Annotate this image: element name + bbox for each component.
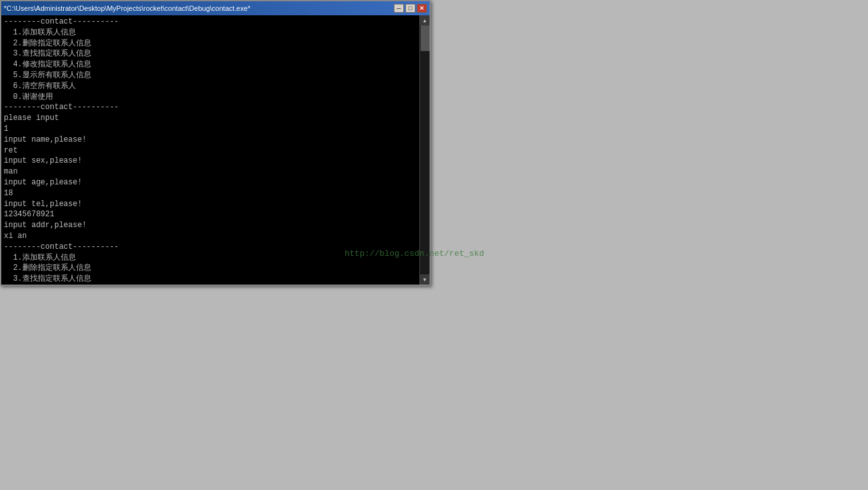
window-title: *C:\Users\Administrator\Desktop\MyProjec… — [4, 4, 250, 12]
title-bar: *C:\Users\Administrator\Desktop\MyProjec… — [1, 1, 430, 15]
scroll-thumb[interactable] — [421, 26, 430, 51]
scroll-track[interactable] — [420, 26, 430, 274]
console-area: --------contact---------- 1.添加联系人信息 2.删除… — [1, 15, 430, 285]
window-controls: ─ □ ✕ — [394, 4, 427, 13]
scrollbar[interactable]: ▲ ▼ — [419, 15, 430, 285]
maximize-button[interactable]: □ — [405, 4, 415, 13]
console-window: *C:\Users\Administrator\Desktop\MyProjec… — [0, 0, 431, 286]
close-button[interactable]: ✕ — [417, 4, 427, 13]
scroll-up-arrow[interactable]: ▲ — [420, 15, 430, 26]
scroll-down-arrow[interactable]: ▼ — [420, 274, 430, 285]
minimize-button[interactable]: ─ — [394, 4, 404, 13]
console-output[interactable]: --------contact---------- 1.添加联系人信息 2.删除… — [1, 15, 419, 285]
